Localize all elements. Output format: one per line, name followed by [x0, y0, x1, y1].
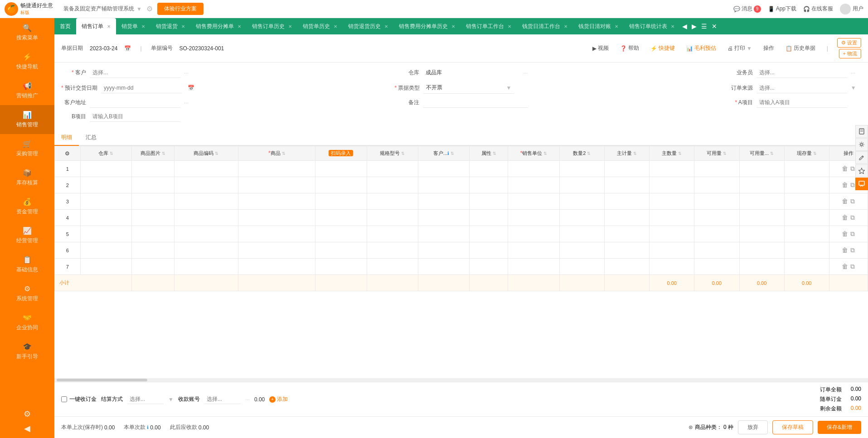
row-qty2-3[interactable]	[559, 193, 604, 210]
tab-list-btn[interactable]: ☰	[699, 23, 709, 30]
row-attr-7[interactable]	[470, 259, 508, 275]
row-copy-2[interactable]: ⧉	[850, 181, 855, 189]
row-delete-3[interactable]: 🗑	[842, 197, 848, 205]
row-spec-1[interactable]	[367, 161, 418, 177]
message-btn[interactable]: 💬 消息 9	[733, 5, 761, 13]
row-main-qty-1[interactable]	[650, 161, 694, 177]
history-btn[interactable]: 📋 历史单据	[783, 43, 818, 53]
tab-close-sales-order-history[interactable]: ✕	[288, 24, 292, 29]
tab-close-sales-order[interactable]: ✕	[107, 24, 111, 29]
save-new-button[interactable]: 保存&新增	[818, 421, 861, 434]
row-unit-6[interactable]	[508, 242, 559, 259]
row-main-qty-7[interactable]	[650, 259, 694, 275]
sidebar-item-purchase[interactable]: 🛒 采购管理	[0, 134, 54, 163]
row-product-3[interactable]	[238, 193, 315, 210]
tab-close-sales-stats[interactable]: ✕	[671, 24, 674, 29]
profit-btn[interactable]: 📊 毛利预估	[684, 43, 718, 53]
tab-close-reconciliation[interactable]: ✕	[615, 24, 618, 29]
sort-main-unit-icon[interactable]: ⇅	[633, 151, 637, 156]
sort-warehouse-icon[interactable]: ⇅	[110, 151, 113, 156]
row-attr-6[interactable]	[470, 242, 508, 259]
row-code-5[interactable]	[174, 226, 238, 242]
sidebar-item-sales[interactable]: 📊 销售管理	[0, 105, 54, 134]
row-main-unit-3[interactable]	[604, 193, 649, 210]
row-customer-2[interactable]	[418, 177, 470, 193]
tab-close-order-workbench[interactable]: ✕	[508, 24, 511, 29]
row-main-qty-6[interactable]	[650, 242, 694, 259]
row-qty2-4[interactable]	[559, 210, 604, 226]
user-avatar[interactable]: 用户	[840, 4, 863, 14]
row-copy-6[interactable]: ⧉	[850, 246, 855, 254]
sort-customer-icon[interactable]: ⇅	[451, 151, 454, 156]
calendar-icon[interactable]: 📅	[124, 45, 131, 52]
row-warehouse-2[interactable]	[80, 177, 131, 193]
sidebar-item-basic-info[interactable]: 📋 基础信息	[0, 250, 54, 279]
row-attr-4[interactable]	[470, 210, 508, 226]
sidebar-item-finance[interactable]: 💰 资金管理	[0, 192, 54, 221]
row-spec-4[interactable]	[367, 210, 418, 226]
salesperson-more-icon[interactable]: ···	[851, 70, 855, 76]
row-delete-2[interactable]: 🗑	[842, 181, 848, 189]
row-warehouse-1[interactable]	[80, 161, 131, 177]
help-btn[interactable]: ❓ 帮助	[618, 43, 641, 53]
add-logistics-button[interactable]: + 物流	[839, 49, 861, 58]
float-btn-5[interactable]	[855, 178, 868, 190]
info-icon[interactable]: ℹ	[447, 151, 449, 156]
account-more-icon[interactable]: ···	[245, 396, 250, 403]
row-customer-7[interactable]	[418, 259, 470, 275]
sidebar-item-inventory[interactable]: 📦 库存核算	[0, 163, 54, 192]
row-attr-5[interactable]	[470, 226, 508, 242]
row-code-1[interactable]	[174, 161, 238, 177]
row-spec-7[interactable]	[367, 259, 418, 275]
row-product-5[interactable]	[238, 226, 315, 242]
tab-sales-stats[interactable]: 销售订单统计表 ✕	[624, 18, 680, 34]
row-customer-5[interactable]	[418, 226, 470, 242]
tab-fee-history[interactable]: 销售费用分摊单历史 ✕	[393, 18, 461, 34]
invoice-select[interactable]: 不开票 ▼	[423, 82, 514, 94]
sort-avail2-icon[interactable]: ⇅	[770, 151, 774, 156]
sort-qty2-icon[interactable]: ⇅	[587, 151, 591, 156]
row-warehouse-3[interactable]	[80, 193, 131, 210]
tab-close-fee-history[interactable]: ✕	[451, 24, 455, 29]
row-product-2[interactable]	[238, 177, 315, 193]
row-product-7[interactable]	[238, 259, 315, 275]
horizontal-scrollbar[interactable]	[54, 378, 868, 382]
row-code-3[interactable]	[174, 193, 238, 210]
sidebar-collapse-icon[interactable]: ◀	[24, 424, 30, 433]
tab-prev-btn[interactable]: ◀	[680, 23, 689, 30]
sidebar-item-marketing[interactable]: 📢 营销推广	[0, 76, 54, 105]
address-input[interactable]	[90, 97, 180, 108]
tab-detail[interactable]: 明细	[54, 130, 79, 146]
table-settings-icon[interactable]: ⚙	[65, 150, 70, 157]
tab-next-btn[interactable]: ▶	[689, 23, 699, 30]
deposit-checkbox[interactable]	[61, 396, 67, 402]
save-draft-button[interactable]: 保存草稿	[772, 420, 813, 434]
row-unit-1[interactable]	[508, 161, 559, 177]
view-video-btn[interactable]: ▶ 视频	[590, 43, 611, 53]
row-main-unit-2[interactable]	[604, 177, 649, 193]
sort-spec-icon[interactable]: ⇅	[401, 151, 405, 156]
row-customer-6[interactable]	[418, 242, 470, 259]
tab-return-history[interactable]: 销货退货历史 ✕	[343, 18, 393, 34]
sort-stock-icon[interactable]: ⇅	[813, 151, 817, 156]
print-btn[interactable]: 🖨 打印 ▼	[725, 43, 754, 53]
row-unit-7[interactable]	[508, 259, 559, 275]
warehouse-more-icon[interactable]: ···	[524, 70, 528, 76]
customer-input[interactable]	[90, 67, 180, 78]
float-btn-1[interactable]	[855, 125, 868, 138]
method-dropdown-icon[interactable]: ▼	[168, 396, 174, 403]
row-qty2-7[interactable]	[559, 259, 604, 275]
row-attr-1[interactable]	[470, 161, 508, 177]
row-spec-6[interactable]	[367, 242, 418, 259]
row-delete-4[interactable]: 🗑	[842, 214, 848, 221]
sidebar-item-collaboration[interactable]: 🤝 企业协同	[0, 308, 54, 337]
method-input[interactable]	[127, 395, 164, 404]
row-main-unit-5[interactable]	[604, 226, 649, 242]
sort-unit-icon[interactable]: ⇅	[543, 151, 547, 156]
shortcut-btn[interactable]: ⚡ 快捷键	[648, 43, 677, 53]
row-warehouse-6[interactable]	[80, 242, 131, 259]
row-copy-3[interactable]: ⧉	[850, 197, 855, 205]
tab-close-all-btn[interactable]: ✕	[709, 23, 719, 30]
tab-sales-goods-history[interactable]: 销货单历史 ✕	[297, 18, 343, 34]
tab-sales-goods[interactable]: 销货单 ✕	[116, 18, 150, 34]
